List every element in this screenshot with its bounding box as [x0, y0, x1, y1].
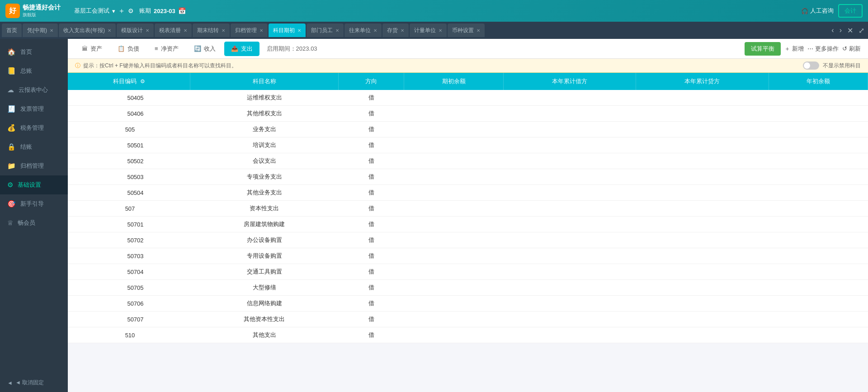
- sidebar-item-ledger[interactable]: 📒 总账: [0, 61, 68, 80]
- settings-icon[interactable]: ⚙: [128, 7, 134, 14]
- close-icon[interactable]: ✕: [146, 28, 149, 33]
- cell-name: 资本性支出: [190, 201, 339, 217]
- content-area: 🏛 资产 📋 负债 ≡ 净资产 🔄 收入 📤 支出 启用期间：2023.03 试: [68, 39, 868, 392]
- table-row[interactable]: 50504 其他业务支出 借: [68, 185, 868, 201]
- sub-tab-bar: 🏛 资产 📋 负债 ≡ 净资产 🔄 收入 📤 支出 启用期间：2023.03 试: [68, 39, 868, 59]
- tab-label: 币种设置: [452, 27, 474, 34]
- close-icon[interactable]: ✕: [335, 28, 339, 33]
- sidebar-collapse-button[interactable]: ◄ ◄ 取消固定: [0, 373, 68, 392]
- tab-archive[interactable]: 归档管理 ✕: [231, 24, 268, 37]
- table-row[interactable]: 50705 大型修缮 借: [68, 280, 868, 296]
- tab-label: 部门员工: [311, 27, 333, 34]
- sub-tab-liabilities[interactable]: 📋 负债: [111, 42, 146, 56]
- table-row[interactable]: 50501 培训支出 借: [68, 137, 868, 153]
- add-icon[interactable]: ＋: [118, 6, 125, 16]
- gear-icon[interactable]: ⚙: [140, 78, 145, 85]
- tab-partner[interactable]: 往来单位 ✕: [344, 24, 382, 37]
- add-button[interactable]: ＋ 新增: [784, 45, 804, 53]
- close-icon[interactable]: ✕: [373, 28, 377, 33]
- table-row[interactable]: 50406 其他维权支出 借: [68, 106, 868, 122]
- sub-tab-label: 负债: [127, 45, 139, 53]
- cell-code: 50703: [68, 248, 190, 264]
- tab-unit[interactable]: 计量单位 ✕: [410, 24, 447, 37]
- tab-currency[interactable]: 币种设置 ✕: [448, 24, 485, 37]
- sidebar-item-reports[interactable]: ☁ 云报表中心: [0, 80, 68, 99]
- sidebar-item-archive[interactable]: 📁 归档管理: [0, 156, 68, 175]
- tab-close-all-icon[interactable]: ✕: [845, 26, 855, 35]
- calendar-icon[interactable]: 📅: [178, 7, 186, 14]
- show-disabled-toggle[interactable]: 不显示禁用科目: [803, 61, 861, 70]
- tab-homepage[interactable]: 首页: [2, 24, 22, 37]
- cell-ytd-credit: [636, 106, 769, 122]
- table-row[interactable]: 50707 其他资本性支出 借: [68, 312, 868, 327]
- close-icon[interactable]: ✕: [259, 28, 263, 33]
- tab-period-end[interactable]: 期末结转 ✕: [193, 24, 230, 37]
- tab-inventory[interactable]: 存货 ✕: [382, 24, 409, 37]
- table-row[interactable]: 50703 专用设备购置 借: [68, 248, 868, 264]
- company-selector[interactable]: 基层工会测试 ▾ ＋ ⚙: [74, 6, 134, 16]
- close-icon[interactable]: ✕: [184, 28, 187, 33]
- close-icon[interactable]: ✕: [50, 28, 53, 33]
- sub-tab-expense[interactable]: 📤 支出: [224, 42, 259, 56]
- help-label: 人工咨询: [810, 7, 834, 15]
- close-icon[interactable]: ✕: [401, 28, 404, 33]
- close-account-icon: 🔒: [7, 143, 16, 151]
- help-button[interactable]: 🎧 人工咨询: [801, 7, 834, 15]
- sidebar-item-close-account[interactable]: 🔒 结账: [0, 137, 68, 156]
- sidebar-item-invoice[interactable]: 🧾 发票管理: [0, 99, 68, 118]
- table-row[interactable]: 50702 办公设备购置 借: [68, 232, 868, 248]
- table-row[interactable]: 50503 专项业务支出 借: [68, 169, 868, 185]
- table-row[interactable]: 507 资本性支出 借: [68, 201, 868, 217]
- cell-ytd-credit: [636, 201, 769, 217]
- tab-income-annual[interactable]: 收入支出表(年报) ✕: [59, 24, 116, 37]
- toggle-switch[interactable]: [803, 61, 819, 70]
- cell-direction: 借: [339, 232, 404, 248]
- close-icon[interactable]: ✕: [476, 28, 480, 33]
- tab-voucher[interactable]: 凭(中期) ✕: [23, 24, 58, 37]
- cell-ytd-credit: [636, 122, 769, 137]
- sidebar-item-label: 首页: [20, 48, 32, 56]
- cell-opening-balance: [404, 248, 503, 264]
- cell-code: 50701: [68, 217, 190, 232]
- tab-subject-initial[interactable]: 科目期初 ✕: [269, 24, 306, 37]
- tab-expand-icon[interactable]: ⤢: [857, 26, 866, 35]
- more-button[interactable]: ⋯ 更多操作: [807, 45, 839, 53]
- sub-tab-income[interactable]: 🔄 收入: [187, 42, 222, 56]
- equity-icon: ≡: [155, 45, 158, 52]
- tab-template[interactable]: 模版设计 ✕: [117, 24, 154, 37]
- table-row[interactable]: 50502 会议支出 借: [68, 153, 868, 169]
- close-icon[interactable]: ✕: [222, 28, 225, 33]
- close-icon[interactable]: ✕: [439, 28, 442, 33]
- account-button[interactable]: 会计: [838, 4, 863, 18]
- close-icon[interactable]: ✕: [297, 28, 301, 33]
- balance-button[interactable]: 试算平衡: [745, 42, 781, 56]
- sidebar-item-settings[interactable]: ⚙ 基础设置: [0, 175, 68, 194]
- table-row[interactable]: 50701 房屋建筑物购建 借: [68, 217, 868, 232]
- refresh-button[interactable]: ↺ 刷新: [842, 45, 861, 53]
- close-icon[interactable]: ✕: [108, 28, 111, 33]
- sub-tab-assets[interactable]: 🏛 资产: [75, 42, 109, 56]
- tab-next-icon[interactable]: ›: [838, 26, 844, 34]
- cell-ytd-credit: [636, 264, 769, 280]
- sidebar-item-guide[interactable]: 🎯 新手引导: [0, 194, 68, 213]
- sub-tab-equity[interactable]: ≡ 净资产: [148, 42, 185, 56]
- table-row[interactable]: 50706 信息网络购建 借: [68, 296, 868, 312]
- table-container[interactable]: 科目编码 ⚙ 科目名称 方向 期初余额 本年累计借方 本年累计贷方 年初余额 5…: [68, 73, 868, 392]
- tab-department[interactable]: 部门员工 ✕: [307, 24, 344, 37]
- sidebar-item-member[interactable]: ♕ 畅会员: [0, 213, 68, 232]
- table-row[interactable]: 50405 运维维权支出 借: [68, 90, 868, 106]
- cell-ytd-credit: [636, 185, 769, 201]
- tab-label: 存货: [387, 27, 398, 34]
- table-row[interactable]: 505 业务支出 借: [68, 122, 868, 137]
- table-row[interactable]: 50704 交通工具购置 借: [68, 264, 868, 280]
- sidebar-item-tax[interactable]: 💰 税务管理: [0, 118, 68, 137]
- table-row[interactable]: 510 其他支出 借: [68, 327, 868, 343]
- cell-opening-balance: [404, 122, 503, 137]
- tab-prev-icon[interactable]: ‹: [830, 26, 835, 34]
- sidebar-item-home[interactable]: 🏠 首页: [0, 43, 68, 61]
- tab-tax-table[interactable]: 税表清册 ✕: [155, 24, 192, 37]
- cell-name: 运维维权支出: [190, 90, 339, 106]
- cell-direction: 借: [339, 264, 404, 280]
- collapse-icon: ◄: [7, 380, 13, 386]
- cell-year-opening: [769, 296, 868, 312]
